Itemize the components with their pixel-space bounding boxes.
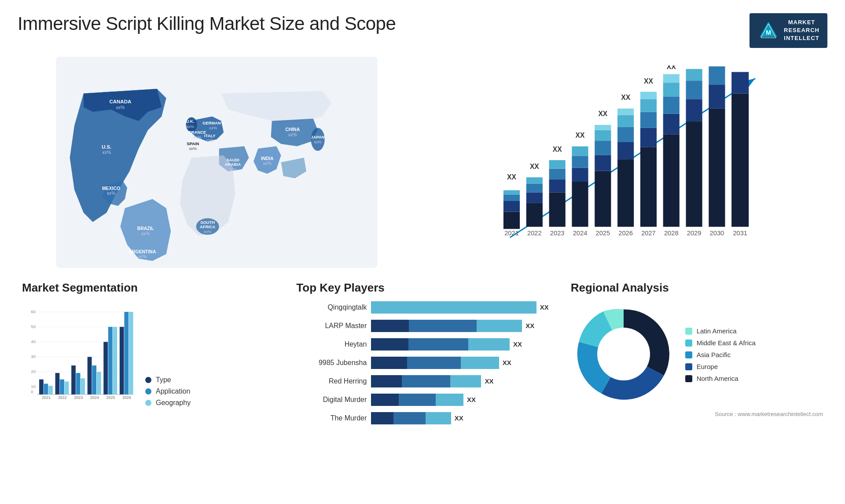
players-section: Top Key Players Qingqingtalk XX LARP Mas… <box>292 277 553 435</box>
legend-middle-east: Middle East & Africa <box>685 339 756 347</box>
svg-rect-73 <box>617 142 634 159</box>
europe-label: Europe <box>697 363 718 370</box>
middle-east-color <box>685 340 692 347</box>
bar-light <box>436 394 463 406</box>
player-bar-container: XX <box>371 357 548 369</box>
bar-mid <box>409 320 477 332</box>
players-title: Top Key Players <box>296 281 548 295</box>
players-bars: Qingqingtalk XX LARP Master <box>296 301 548 424</box>
svg-rect-47 <box>526 203 543 226</box>
bar-dark <box>371 375 402 387</box>
legend-north-america: North America <box>685 375 756 382</box>
bar-mid <box>393 412 426 424</box>
svg-text:CANADA: CANADA <box>110 99 132 104</box>
svg-text:U.S.: U.S. <box>102 144 111 149</box>
svg-text:xx%: xx% <box>263 161 272 166</box>
svg-rect-102 <box>731 93 749 226</box>
regional-title: Regional Analysis <box>571 281 823 295</box>
svg-rect-75 <box>617 115 634 127</box>
svg-rect-99 <box>709 85 725 109</box>
bar-light <box>477 320 522 332</box>
svg-rect-83 <box>640 91 657 99</box>
svg-rect-132 <box>92 365 96 394</box>
player-value: XX <box>485 377 493 385</box>
north-america-label: North America <box>697 375 738 382</box>
svg-text:xx%: xx% <box>138 254 147 259</box>
logo-icon: M <box>757 19 779 41</box>
svg-text:JAPAN: JAPAN <box>311 134 325 139</box>
svg-text:40: 40 <box>31 339 36 343</box>
svg-rect-53 <box>549 192 566 226</box>
svg-rect-72 <box>617 159 634 227</box>
bar-mid <box>402 375 450 387</box>
svg-text:SAUDI: SAUDI <box>226 157 239 162</box>
svg-rect-98 <box>709 108 725 226</box>
player-value: XX <box>513 340 522 348</box>
player-bar <box>371 375 481 387</box>
bottom-grid: Market Segmentation 60 50 40 30 20 10 0 <box>18 277 827 435</box>
svg-text:50: 50 <box>31 324 36 329</box>
svg-rect-123 <box>55 373 60 394</box>
player-value: XX <box>455 414 463 422</box>
world-map-svg: CANADA xx% U.S. xx% MEXICO xx% BRAZIL xx… <box>18 57 416 268</box>
svg-text:30: 30 <box>31 354 36 359</box>
svg-text:20: 20 <box>31 369 36 374</box>
bar-mid <box>407 357 461 369</box>
svg-text:ARGENTINA: ARGENTINA <box>129 249 156 254</box>
svg-text:XX: XX <box>530 162 539 170</box>
legend-application: Application <box>145 387 191 395</box>
svg-rect-127 <box>71 365 76 394</box>
bar-light <box>371 301 536 314</box>
latin-america-color <box>685 328 692 335</box>
legend-asia-pacific: Asia Pacific <box>685 351 756 358</box>
player-bar-container: XX <box>371 320 548 332</box>
player-bar <box>371 301 536 314</box>
player-value: XX <box>540 303 549 311</box>
svg-text:2021: 2021 <box>42 395 51 399</box>
svg-text:SPAIN: SPAIN <box>187 141 199 146</box>
svg-text:2031: 2031 <box>733 230 747 237</box>
svg-text:XX: XX <box>553 145 562 153</box>
svg-text:xx%: xx% <box>186 124 194 128</box>
player-bar <box>371 394 463 406</box>
header: Immersive Script Killing Market Size and… <box>18 13 827 48</box>
svg-rect-54 <box>549 179 566 192</box>
svg-text:xx%: xx% <box>288 132 297 137</box>
svg-rect-94 <box>686 99 702 121</box>
svg-text:2023: 2023 <box>550 230 565 237</box>
svg-rect-141 <box>129 312 133 394</box>
svg-rect-136 <box>108 327 113 394</box>
svg-text:2023: 2023 <box>74 395 83 399</box>
svg-rect-88 <box>663 96 680 113</box>
regional-section: Regional Analysis <box>566 277 827 435</box>
svg-text:xx%: xx% <box>229 166 237 171</box>
svg-rect-76 <box>617 108 634 115</box>
svg-text:xx%: xx% <box>102 150 111 155</box>
bar-dark <box>371 320 409 332</box>
world-map-section: CANADA xx% U.S. xx% MEXICO xx% BRAZIL xx… <box>18 57 416 268</box>
svg-text:ITALY: ITALY <box>204 133 216 138</box>
svg-rect-48 <box>526 192 543 203</box>
application-dot <box>145 388 151 394</box>
svg-rect-66 <box>595 155 611 171</box>
svg-text:2025: 2025 <box>596 230 610 237</box>
legend-latin-america: Latin America <box>685 327 756 335</box>
svg-rect-87 <box>663 113 680 134</box>
player-bar <box>371 412 451 424</box>
legend-geography: Geography <box>145 399 191 407</box>
bar-dark <box>371 338 408 351</box>
svg-rect-95 <box>686 80 702 99</box>
svg-text:2024: 2024 <box>573 230 588 237</box>
svg-text:2024: 2024 <box>90 395 99 399</box>
north-america-color <box>685 375 692 382</box>
svg-rect-129 <box>81 378 85 394</box>
legend-type: Type <box>145 376 191 384</box>
svg-rect-62 <box>572 146 588 156</box>
svg-rect-96 <box>686 69 702 80</box>
svg-rect-59 <box>572 182 588 227</box>
player-row: 9985 Jubensha XX <box>296 357 548 369</box>
svg-text:FRANCE: FRANCE <box>189 130 206 135</box>
player-bar-container: XX <box>371 338 548 351</box>
type-dot <box>145 377 151 383</box>
bar-light <box>450 375 481 387</box>
